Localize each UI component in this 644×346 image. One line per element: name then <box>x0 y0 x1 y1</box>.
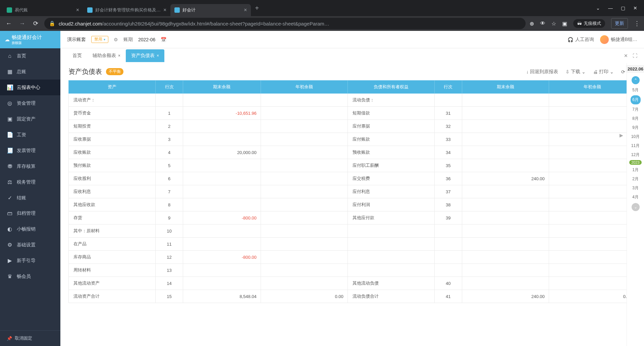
cell-asset[interactable]: 流动资产合计 <box>69 290 156 303</box>
chevron-down-icon[interactable]: ⌄ <box>596 5 600 11</box>
sidebar-item[interactable]: ⚙基础设置 <box>0 237 60 253</box>
close-icon[interactable]: × <box>157 53 159 58</box>
month-option[interactable]: 9月 <box>631 123 641 132</box>
cell-liab[interactable]: 流动负债合计 <box>347 290 434 303</box>
browser-tab[interactable]: 易代账 × <box>3 4 83 16</box>
sidebar-item[interactable]: ♛畅会员 <box>0 268 60 284</box>
cell-asset[interactable]: 库存商品 <box>69 251 156 264</box>
page-tab[interactable]: 资产负债表× <box>126 49 164 62</box>
cell-asset[interactable]: 预付账款 <box>69 159 156 172</box>
new-tab-button[interactable]: + <box>251 4 263 12</box>
maximize-button[interactable]: ▢ <box>621 5 625 11</box>
month-option[interactable]: 1月 <box>632 165 639 175</box>
user-menu[interactable]: 畅捷通B组… <box>600 35 637 44</box>
cell-asset[interactable]: 应收账款 <box>69 146 156 159</box>
reload-button[interactable]: ⟳ <box>31 20 40 27</box>
cell-liab[interactable]: 预收账款 <box>347 146 434 159</box>
zoom-icon[interactable]: ⊕ <box>530 20 534 27</box>
fullscreen-icon[interactable]: ⛶ <box>633 53 637 58</box>
sidebar-item[interactable]: ✓结账 <box>0 190 60 206</box>
month-option[interactable]: 10月 <box>631 132 641 141</box>
close-window-button[interactable]: ✕ <box>633 5 637 11</box>
support-button[interactable]: 🎧 人工咨询 <box>568 37 594 43</box>
month-option[interactable]: 4月 <box>632 193 639 202</box>
month-option[interactable]: 8月 <box>631 114 641 123</box>
cell-liab[interactable]: 其他流动负债 <box>347 277 434 290</box>
cell-asset[interactable]: 存货 <box>69 211 156 225</box>
cell-asset[interactable]: 短期投资 <box>69 120 156 133</box>
month-option[interactable]: 2月 <box>632 175 639 184</box>
close-icon[interactable]: × <box>76 7 79 13</box>
sidebar-item[interactable]: 📊云报表中心 <box>0 80 60 95</box>
cell-asset[interactable]: 周转材料 <box>69 264 156 277</box>
minimize-button[interactable]: ― <box>608 5 613 11</box>
address-bar[interactable]: 🔒 cloud2.chanjet.com/accounting/uh26t264… <box>44 18 526 29</box>
page-tab[interactable]: 辅助余额表× <box>87 49 126 62</box>
cell-liab[interactable]: 应付票据 <box>347 120 434 133</box>
month-option[interactable]: 5月 <box>631 86 641 95</box>
sidebar-item[interactable]: ▦总账 <box>0 64 60 80</box>
cell-asset[interactable]: 其他流动资产 <box>69 277 156 290</box>
month-option[interactable]: 3月 <box>632 184 639 193</box>
month-option[interactable]: 11月 <box>631 141 641 150</box>
cell-liab[interactable]: 应付利润 <box>347 198 434 211</box>
close-icon[interactable]: × <box>118 53 120 58</box>
cell-asset[interactable]: 应收股利 <box>69 172 156 185</box>
table-scroll-right-icon[interactable]: ▶ <box>620 133 623 138</box>
month-prev-button[interactable]: ⌃ <box>632 76 640 84</box>
table-container[interactable]: 资产 行次 期末余额 年初余额 负债和所有者权益 行次 期末余额 年初余额 流动… <box>60 80 644 346</box>
cell-asset[interactable]: 应收票据 <box>69 133 156 146</box>
month-next-button[interactable]: ⌄ <box>632 203 640 211</box>
cell-asset[interactable]: 应收利息 <box>69 185 156 198</box>
sidebar-item[interactable]: ◐小畅报销 <box>0 221 60 237</box>
unpin-button[interactable]: 📌 取消固定 <box>0 330 60 346</box>
sidebar-item[interactable]: ⛃库存核算 <box>0 158 60 174</box>
eye-off-icon[interactable]: 👁 <box>540 20 545 27</box>
cell-liab[interactable]: 流动负债： <box>347 94 434 107</box>
update-button[interactable]: 更新 <box>611 18 628 29</box>
menu-button[interactable]: ⋮ <box>634 20 640 27</box>
cell-asset[interactable]: 货币资金 <box>69 107 156 120</box>
close-all-tabs-icon[interactable]: ✕ <box>624 53 628 58</box>
sidebar-item[interactable]: 🗃归档管理 <box>0 206 60 221</box>
forward-button[interactable]: → <box>17 20 27 27</box>
cell-liab[interactable]: 应付职工薪酬 <box>347 159 434 172</box>
cell-liab[interactable]: 应交税费 <box>347 172 434 185</box>
revert-button[interactable]: ↓ 回退到原报表 <box>526 69 558 75</box>
sidebar-item[interactable]: 🧾发票管理 <box>0 143 60 158</box>
sidebar-item[interactable]: ▣固定资产 <box>0 111 60 127</box>
page-tab[interactable]: 首页 <box>67 49 87 62</box>
print-button[interactable]: 🖨 打印 ⌄ <box>593 69 614 75</box>
close-icon[interactable]: × <box>163 7 166 13</box>
month-option[interactable]: 12月 <box>631 150 641 159</box>
cell-liab[interactable]: 其他应付款 <box>347 211 434 225</box>
cell-asset[interactable]: 其他应收款 <box>69 198 156 211</box>
month-option[interactable]: 7月 <box>631 105 641 114</box>
cell-liab[interactable] <box>347 251 434 264</box>
month-option[interactable]: 6月 <box>631 95 641 104</box>
calendar-icon[interactable]: 📅 <box>161 37 166 42</box>
extension-icon[interactable]: ▣ <box>562 20 567 27</box>
cell-liab[interactable]: 短期借款 <box>347 107 434 120</box>
gear-icon[interactable]: ⚙ <box>114 37 118 42</box>
close-icon[interactable]: × <box>244 7 247 13</box>
download-button[interactable]: ⇩ 下载 ⌄ <box>566 69 586 75</box>
cell-liab[interactable] <box>347 238 434 251</box>
browser-tab[interactable]: 好会计财务管理软件购买价格及… × <box>83 4 170 16</box>
sidebar-item[interactable]: ⌂首页 <box>0 48 60 64</box>
cell-liab[interactable] <box>347 264 434 277</box>
cell-asset[interactable]: 其中：原材料 <box>69 225 156 238</box>
cell-liab[interactable]: 应付利息 <box>347 185 434 198</box>
sidebar-item[interactable]: ▶新手引导 <box>0 253 60 268</box>
sidebar-item[interactable]: 📄工资 <box>0 127 60 143</box>
back-button[interactable]: ← <box>4 20 13 27</box>
disable-tag[interactable]: 禁用 <box>91 36 108 43</box>
cell-liab[interactable]: 应付账款 <box>347 133 434 146</box>
cell-asset[interactable]: 在产品 <box>69 238 156 251</box>
cell-asset[interactable]: 流动资产： <box>69 94 156 107</box>
browser-tab-active[interactable]: 好会计 × <box>170 4 251 16</box>
sidebar-item[interactable]: ⚖税务管理 <box>0 174 60 190</box>
star-icon[interactable]: ☆ <box>551 20 556 27</box>
sidebar-item[interactable]: ◎资金管理 <box>0 95 60 111</box>
cell-liab[interactable] <box>347 225 434 238</box>
